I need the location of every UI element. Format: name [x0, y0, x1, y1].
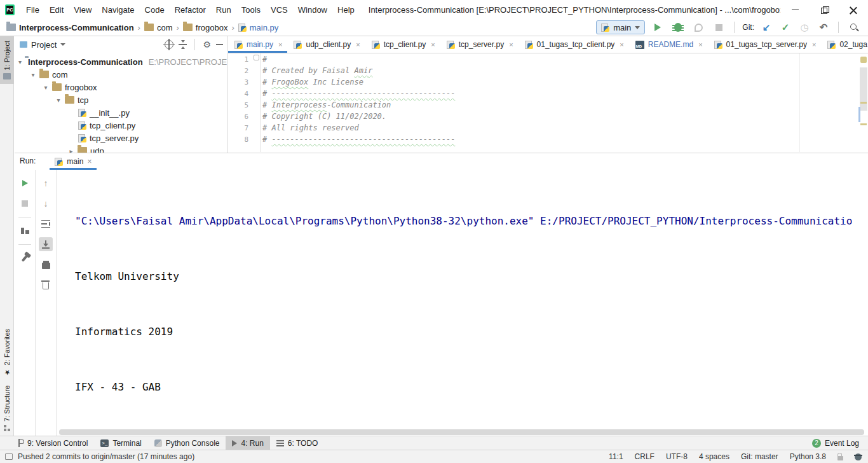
- toolwindow-terminal[interactable]: >_ Terminal: [94, 436, 147, 450]
- menu-view[interactable]: View: [69, 0, 97, 19]
- tab-udp-client-py[interactable]: udp_client.py ×: [287, 36, 365, 53]
- python-interpreter[interactable]: Python 3.8: [790, 452, 826, 461]
- run-tab-main[interactable]: main ×: [50, 153, 97, 170]
- caret-position[interactable]: 11:1: [609, 452, 623, 461]
- menu-window[interactable]: Window: [293, 0, 332, 19]
- tab-02-tugas-truncated[interactable]: 02_tuga ×: [821, 36, 868, 53]
- chevron-expanded-icon[interactable]: ▾: [18, 59, 22, 66]
- gear-icon[interactable]: ⚙: [203, 40, 211, 49]
- tool-stripe-project[interactable]: 1: Project: [0, 36, 14, 84]
- tree-row-tcp-client[interactable]: tcp_client.py: [15, 119, 227, 132]
- event-log-button[interactable]: 2 Event Log: [812, 439, 868, 448]
- toolwindow-todo[interactable]: 6: TODO: [270, 436, 325, 450]
- editor-error-stripe[interactable]: [859, 53, 868, 152]
- hscrollbar-thumb[interactable]: [59, 429, 864, 435]
- breadcrumb-frogobox[interactable]: frogobox: [183, 23, 228, 32]
- toolwindow-switcher-icon[interactable]: [5, 453, 13, 460]
- run-configuration-selector[interactable]: main: [596, 20, 645, 34]
- tab-tcp-server-py[interactable]: tcp_server.py ×: [440, 36, 519, 53]
- clear-console-button[interactable]: [39, 278, 53, 292]
- indent-setting[interactable]: 4 spaces: [699, 452, 729, 461]
- fold-marker-icon[interactable]: [254, 55, 259, 60]
- tab-01-tugas-tcp-client-py[interactable]: 01_tugas_tcp_client.py ×: [519, 36, 629, 53]
- toolwindow-run[interactable]: 4: Run: [226, 436, 269, 450]
- restore-button[interactable]: [810, 0, 839, 19]
- tool-stripe-favorites[interactable]: 2: Favorites ★: [0, 324, 14, 381]
- console-hscrollbar[interactable]: [59, 429, 864, 435]
- tab-readme-md[interactable]: MD README.md ×: [629, 36, 708, 53]
- file-encoding[interactable]: UTF-8: [666, 452, 688, 461]
- chevron-down-icon[interactable]: [60, 43, 65, 46]
- close-tab-icon[interactable]: ×: [356, 41, 360, 48]
- tree-row-udp[interactable]: ▸ udp: [15, 144, 227, 153]
- tab-01-tugas-tcp-server-py[interactable]: 01_tugas_tcp_server.py ×: [708, 36, 822, 53]
- chevron-expanded-icon[interactable]: ▾: [30, 71, 36, 78]
- menu-file[interactable]: File: [21, 0, 44, 19]
- soft-wrap-button[interactable]: [39, 217, 53, 231]
- stop-button[interactable]: [18, 197, 32, 211]
- close-tab-icon[interactable]: ×: [812, 41, 816, 48]
- tree-row-tcp-server[interactable]: tcp_server.py: [15, 132, 227, 144]
- toolwindow-version-control[interactable]: 9: Version Control: [11, 436, 94, 450]
- tree-row-init[interactable]: __init__.py: [15, 106, 227, 119]
- git-commit-button[interactable]: ✓: [778, 20, 792, 34]
- minimize-button[interactable]: [780, 0, 810, 19]
- breadcrumb-com[interactable]: com: [144, 23, 173, 32]
- menu-tools[interactable]: Tools: [236, 0, 266, 19]
- code-editor[interactable]: 1 # 2 # Created by Faisal Amir 3 # Frogo…: [228, 53, 868, 152]
- collapse-all-icon[interactable]: [179, 40, 187, 49]
- status-message[interactable]: Pushed 2 commits to origin/master (17 mi…: [18, 452, 194, 461]
- tree-row-root[interactable]: ▾ Interprocess-Communication E:\PROJECT\…: [15, 55, 227, 68]
- search-everywhere-button[interactable]: [846, 20, 862, 34]
- tool-stripe-structure[interactable]: 7: Structure: [0, 381, 14, 436]
- next-occurrence-button[interactable]: ↓: [39, 197, 53, 211]
- restore-layout-button[interactable]: [18, 224, 32, 238]
- run-console-output[interactable]: "C:\Users\Faisal Amir\AppData\Local\Prog…: [57, 170, 868, 429]
- tree-row-com[interactable]: ▾ com: [15, 68, 227, 81]
- menu-help[interactable]: Help: [332, 0, 360, 19]
- tab-main-py[interactable]: main.py ×: [228, 36, 287, 53]
- breadcrumb-mainpy[interactable]: main.py: [238, 23, 279, 32]
- chevron-collapsed-icon[interactable]: ▸: [68, 148, 74, 153]
- prev-occurrence-button[interactable]: ↑: [39, 176, 53, 190]
- git-history-button[interactable]: ◷: [797, 20, 811, 34]
- highlighting-level-icon[interactable]: [855, 453, 862, 460]
- select-opened-file-icon[interactable]: [165, 40, 173, 49]
- line-separator[interactable]: CRLF: [635, 452, 654, 461]
- close-tab-icon[interactable]: ×: [620, 41, 623, 48]
- menu-vcs[interactable]: VCS: [266, 0, 293, 19]
- menu-code[interactable]: Code: [140, 0, 170, 19]
- close-tab-icon[interactable]: ×: [509, 41, 513, 48]
- chevron-expanded-icon[interactable]: ▾: [55, 97, 62, 104]
- lock-icon[interactable]: [837, 456, 843, 460]
- print-button[interactable]: [39, 258, 53, 272]
- git-rollback-button[interactable]: ↶: [817, 20, 831, 34]
- rerun-button[interactable]: [18, 176, 32, 190]
- editor-scrollbar-thumb[interactable]: [860, 67, 867, 111]
- tree-row-tcp[interactable]: ▾ tcp: [15, 93, 227, 106]
- coverage-button[interactable]: [691, 20, 706, 34]
- stop-button[interactable]: [711, 20, 726, 34]
- run-button[interactable]: [650, 20, 665, 34]
- breadcrumb-project[interactable]: Interprocess-Communication: [6, 23, 134, 32]
- toolwindow-python-console[interactable]: Python Console: [148, 436, 226, 450]
- close-tab-icon[interactable]: ×: [278, 41, 282, 48]
- tab-tcp-client-py[interactable]: tcp_client.py ×: [365, 36, 440, 53]
- menu-edit[interactable]: Edit: [44, 0, 69, 19]
- hide-panel-icon[interactable]: [216, 44, 223, 45]
- tree-row-frogobox[interactable]: ▾ frogobox: [15, 81, 227, 93]
- chevron-expanded-icon[interactable]: ▾: [43, 84, 49, 91]
- git-branch[interactable]: Git: master: [741, 452, 778, 461]
- debug-button[interactable]: [670, 20, 686, 34]
- close-tab-icon[interactable]: ×: [698, 41, 702, 48]
- menu-navigate[interactable]: Navigate: [97, 0, 139, 19]
- menu-refactor[interactable]: Refactor: [170, 0, 211, 19]
- close-tab-icon[interactable]: ×: [87, 157, 92, 166]
- pin-tab-button[interactable]: [18, 251, 32, 265]
- toolwindow-label: 6: TODO: [288, 439, 318, 448]
- scroll-to-end-button[interactable]: [39, 237, 53, 251]
- git-update-button[interactable]: ↙: [759, 20, 773, 34]
- close-button[interactable]: [839, 0, 868, 19]
- close-tab-icon[interactable]: ×: [431, 41, 435, 48]
- menu-run[interactable]: Run: [211, 0, 236, 19]
